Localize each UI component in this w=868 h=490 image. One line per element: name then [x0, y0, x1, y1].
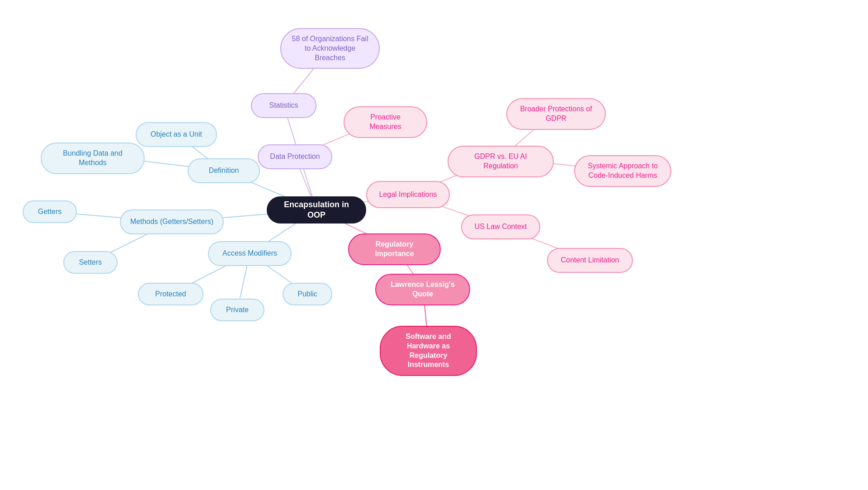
mindmap-node-getters[interactable]: Getters	[23, 200, 77, 223]
mindmap-node-legal[interactable]: Legal Implications	[366, 181, 450, 208]
mindmap-node-proactive[interactable]: Proactive Measures	[344, 106, 427, 138]
mindmap-node-breaches[interactable]: 58 of Organizations Fail to Acknowledge …	[280, 28, 380, 69]
mindmap-node-protected[interactable]: Protected	[138, 283, 203, 305]
mindmap-node-us-law[interactable]: US Law Context	[461, 214, 540, 239]
mindmap-node-methods[interactable]: Methods (Getters/Setters)	[120, 209, 224, 234]
mindmap-node-systemic[interactable]: Systemic Approach to Code-Induced Harms	[574, 155, 671, 187]
mindmap-node-object-unit[interactable]: Object as a Unit	[136, 122, 217, 147]
mindmap-node-lessig[interactable]: Lawrence Lessig's Quote	[375, 274, 470, 305]
mindmap-node-data-protection[interactable]: Data Protection	[258, 144, 332, 169]
mindmap-node-software-hw[interactable]: Software and Hardware as Regulatory Inst…	[380, 326, 477, 376]
mindmap-node-broader-gdpr[interactable]: Broader Protections of GDPR	[506, 98, 606, 130]
mindmap-node-access-modifiers[interactable]: Access Modifiers	[208, 241, 292, 266]
mindmap-node-gdpr-vs-ai[interactable]: GDPR vs. EU AI Regulation	[448, 146, 554, 177]
mindmap-node-definition[interactable]: Definition	[188, 158, 260, 183]
mindmap-node-setters[interactable]: Setters	[63, 251, 118, 274]
mindmap-node-content-limit[interactable]: Content Limitation	[547, 248, 633, 273]
mindmap-node-regulatory[interactable]: Regulatory Importance	[348, 233, 441, 265]
mindmap-node-statistics[interactable]: Statistics	[251, 93, 316, 118]
mindmap-node-private[interactable]: Private	[210, 299, 264, 321]
mindmap-node-center[interactable]: Encapsulation in OOP	[267, 196, 366, 224]
mindmap-node-public[interactable]: Public	[283, 283, 332, 305]
mindmap-node-bundling[interactable]: Bundling Data and Methods	[41, 143, 145, 174]
